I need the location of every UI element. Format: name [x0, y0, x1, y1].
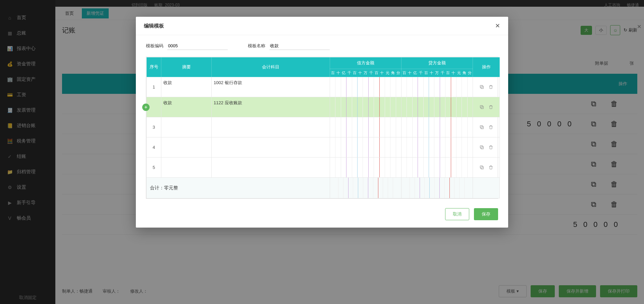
- svg-rect-7: [480, 146, 483, 148]
- table-row[interactable]: 4: [147, 137, 500, 158]
- svg-rect-4: [481, 126, 484, 129]
- svg-rect-8: [481, 167, 484, 169]
- row-debit[interactable]: [330, 97, 401, 117]
- row-actions: [473, 117, 500, 137]
- edit-template-modal: 编辑模板 ✕ 模板编码 模板名称 序号 摘: [136, 17, 508, 228]
- table-row[interactable]: 1收款1002 银行存款: [147, 77, 500, 97]
- copy-icon[interactable]: [479, 125, 484, 130]
- row-debit[interactable]: [330, 117, 401, 137]
- row-subject[interactable]: 1122 应收账款: [212, 97, 330, 117]
- row-debit[interactable]: [330, 137, 401, 158]
- template-name-label: 模板名称: [248, 43, 265, 49]
- row-credit[interactable]: [401, 117, 473, 137]
- row-actions: [473, 77, 500, 97]
- row-actions: [473, 137, 500, 158]
- svg-rect-5: [480, 126, 483, 128]
- row-summary[interactable]: 收款: [161, 97, 212, 117]
- row-summary[interactable]: [161, 117, 212, 137]
- row-subject[interactable]: [212, 158, 330, 178]
- row-credit[interactable]: [401, 137, 473, 158]
- debit-units: 百十亿千百十万千百十元角分: [330, 69, 401, 77]
- row-seq: 4: [147, 137, 161, 158]
- table-row[interactable]: 5: [147, 158, 500, 178]
- row-credit[interactable]: [401, 158, 473, 178]
- table-row[interactable]: +收款1122 应收账款: [147, 97, 500, 117]
- svg-rect-2: [481, 106, 484, 109]
- copy-icon[interactable]: [479, 165, 484, 170]
- total-row: 合计：零元整: [147, 178, 500, 198]
- row-actions: [473, 158, 500, 178]
- col-subject: 会计科目: [212, 57, 330, 77]
- delete-icon[interactable]: [488, 105, 493, 110]
- table-row[interactable]: 3: [147, 117, 500, 137]
- col-seq: 序号: [147, 57, 161, 77]
- svg-rect-1: [480, 85, 483, 88]
- col-debit: 借方金额: [330, 57, 401, 69]
- delete-icon[interactable]: [488, 145, 493, 150]
- row-summary[interactable]: [161, 158, 212, 178]
- svg-rect-6: [481, 146, 484, 149]
- row-actions: [473, 97, 500, 117]
- delete-icon[interactable]: [488, 84, 493, 89]
- row-summary[interactable]: 收款: [161, 77, 212, 97]
- row-subject[interactable]: 1002 银行存款: [212, 77, 330, 97]
- row-credit[interactable]: [401, 97, 473, 117]
- template-grid: 序号 摘要 会计科目 借方金额 贷方金额 操作 百十亿千百十万千百十元角分 百十…: [146, 57, 498, 199]
- copy-icon[interactable]: [479, 145, 484, 150]
- row-seq: 5: [147, 158, 161, 178]
- copy-icon[interactable]: [479, 105, 484, 110]
- template-name-input[interactable]: [269, 42, 330, 50]
- svg-rect-0: [481, 86, 484, 89]
- delete-icon[interactable]: [488, 125, 493, 130]
- col-summary: 摘要: [161, 57, 212, 77]
- row-seq: 1: [147, 77, 161, 97]
- save-button[interactable]: 保存: [474, 208, 498, 220]
- col-ops: 操作: [473, 57, 500, 77]
- copy-icon[interactable]: [479, 84, 484, 89]
- svg-rect-3: [480, 106, 483, 108]
- modal-title: 编辑模板: [144, 23, 164, 29]
- delete-icon[interactable]: [488, 165, 493, 170]
- total-label: 合计：零元整: [147, 178, 330, 198]
- template-code-input[interactable]: [167, 42, 228, 50]
- row-seq: +: [147, 97, 161, 117]
- row-credit[interactable]: [401, 77, 473, 97]
- row-debit[interactable]: [330, 77, 401, 97]
- row-subject[interactable]: [212, 117, 330, 137]
- col-credit: 贷方金额: [401, 57, 473, 69]
- row-seq: 3: [147, 117, 161, 137]
- add-row-button[interactable]: +: [142, 104, 150, 111]
- close-icon[interactable]: ✕: [495, 22, 500, 29]
- cancel-button[interactable]: 取消: [445, 208, 469, 220]
- template-code-label: 模板编码: [146, 43, 163, 49]
- svg-rect-9: [480, 166, 483, 169]
- row-summary[interactable]: [161, 137, 212, 158]
- credit-units: 百十亿千百十万千百十元角分: [401, 69, 473, 77]
- row-subject[interactable]: [212, 137, 330, 158]
- row-debit[interactable]: [330, 158, 401, 178]
